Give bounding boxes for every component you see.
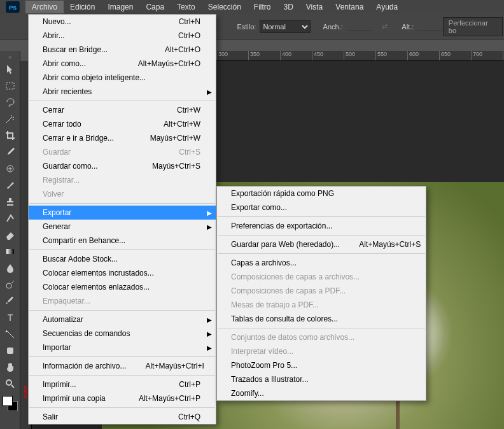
tool-lasso[interactable]: [3, 95, 18, 110]
svg-text:Ps: Ps: [9, 4, 17, 11]
svg-point-8: [6, 380, 11, 385]
menu-selección[interactable]: Selección: [202, 1, 248, 13]
submenu-arrow-icon: ▶: [207, 330, 212, 337]
tools-panel: » T: [0, 51, 20, 429]
tool-stamp[interactable]: [3, 194, 18, 209]
exportar-item-15[interactable]: PhotoZoom Pro 5...: [217, 358, 426, 372]
exportar-item-1[interactable]: Exportar como...: [217, 200, 426, 215]
submenu-arrow-icon: ▶: [207, 223, 212, 230]
exportar-item-7[interactable]: Capas a archivos...: [217, 256, 426, 270]
svg-point-5: [6, 283, 11, 288]
tool-crop[interactable]: [3, 128, 18, 143]
archivo-item-15[interactable]: Exportar▶: [29, 206, 216, 220]
tool-marquee[interactable]: [3, 78, 18, 94]
archivo-item-30[interactable]: Imprimir...Ctrl+P: [29, 377, 216, 391]
tool-blur[interactable]: [3, 260, 18, 276]
menu-texto[interactable]: Texto: [171, 1, 202, 13]
tool-zoom[interactable]: [3, 376, 18, 391]
exportar-item-14: Interpretar vídeo...: [217, 344, 426, 358]
archivo-item-26[interactable]: Importar▶: [29, 341, 216, 355]
archivo-item-21[interactable]: Colocar elementos enlazados...: [29, 280, 216, 294]
tool-path[interactable]: [3, 327, 18, 342]
tool-gradient[interactable]: [3, 244, 18, 259]
svg-rect-2: [6, 83, 14, 89]
menu-3d[interactable]: 3D: [277, 1, 299, 13]
tool-type[interactable]: T: [3, 310, 18, 325]
exportar-item-17[interactable]: Zoomify...: [217, 386, 426, 400]
anch-input[interactable]: [347, 22, 372, 31]
photoshop-logo: Ps: [0, 0, 25, 14]
archivo-item-1[interactable]: Abrir...Ctrl+O: [29, 29, 216, 43]
menu-vista[interactable]: Vista: [300, 1, 329, 13]
archivo-item-25[interactable]: Secuencias de comandos▶: [29, 327, 216, 341]
menubar: Ps ArchivoEdiciónImagenCapaTextoSelecció…: [0, 0, 504, 14]
archivo-item-7[interactable]: CerrarCtrl+W: [29, 103, 216, 117]
collapse-icon[interactable]: »: [3, 54, 18, 60]
tool-dodge[interactable]: [3, 277, 18, 292]
alt-label: Alt.:: [402, 23, 414, 31]
submenu-arrow-icon: ▶: [207, 344, 212, 351]
archivo-item-28[interactable]: Información de archivo...Alt+Mayús+Ctrl+…: [29, 359, 216, 373]
menu-ventana[interactable]: Ventana: [329, 1, 370, 13]
submenu-arrow-icon: ▶: [207, 316, 212, 323]
tool-wand[interactable]: [3, 111, 18, 127]
exportar-item-0[interactable]: Exportación rápida como PNG: [217, 186, 426, 200]
exportar-item-16[interactable]: Trazados a Illustrator...: [217, 372, 426, 386]
menu-capa[interactable]: Capa: [139, 1, 171, 13]
archivo-item-16[interactable]: Generar▶: [29, 220, 216, 234]
tool-move[interactable]: [3, 62, 18, 77]
archivo-item-9[interactable]: Cerrar e ir a Bridge...Mayús+Ctrl+W: [29, 131, 216, 145]
exportar-submenu: Exportación rápida como PNGExportar como…: [216, 186, 426, 401]
menu-ayuda[interactable]: Ayuda: [370, 1, 404, 13]
menu-archivo[interactable]: Archivo: [25, 1, 64, 13]
exportar-item-8: Composiciones de capas a archivos...: [217, 270, 426, 284]
menu-imagen[interactable]: Imagen: [101, 1, 139, 13]
archivo-item-5[interactable]: Abrir recientes▶: [29, 85, 216, 99]
tool-hand[interactable]: [3, 360, 18, 375]
anch-label: Anch.:: [323, 23, 343, 31]
perfeccionar-button[interactable]: Perfeccionar bo: [443, 17, 503, 36]
svg-rect-4: [6, 249, 14, 254]
menu-filtro[interactable]: Filtro: [248, 1, 277, 13]
tool-eyedrop[interactable]: [3, 144, 18, 160]
estilo-select[interactable]: Normal: [260, 20, 310, 33]
archivo-item-31[interactable]: Imprimir una copiaAlt+Mayús+Ctrl+P: [29, 391, 216, 405]
menu-edición[interactable]: Edición: [64, 1, 101, 13]
archivo-menu: Nuevo...Ctrl+NAbrir...Ctrl+OBuscar en Br…: [28, 14, 216, 425]
alt-input[interactable]: [417, 22, 443, 31]
tool-shape[interactable]: [3, 343, 18, 358]
archivo-item-33[interactable]: SalirCtrl+Q: [29, 410, 216, 424]
archivo-item-22: Empaquetar...: [29, 294, 216, 308]
exportar-item-5[interactable]: Guardar para Web (heredado)...Alt+Mayús+…: [217, 237, 426, 251]
submenu-arrow-icon: ▶: [207, 209, 212, 216]
color-swatch[interactable]: [3, 396, 18, 411]
svg-rect-7: [7, 348, 13, 354]
archivo-item-19[interactable]: Buscar Adobe Stock...: [29, 252, 216, 266]
exportar-item-10: Mesas de trabajo a PDF...: [217, 298, 426, 312]
exportar-item-9: Composiciones de capas a PDF...: [217, 284, 426, 298]
archivo-item-10: GuardarCtrl+S: [29, 145, 216, 159]
archivo-item-13: Volver: [29, 187, 216, 201]
archivo-item-4[interactable]: Abrir como objeto inteligente...: [29, 71, 216, 85]
archivo-item-8[interactable]: Cerrar todoAlt+Ctrl+W: [29, 117, 216, 131]
archivo-item-2[interactable]: Buscar en Bridge...Alt+Ctrl+O: [29, 43, 216, 57]
tool-eraser[interactable]: [3, 227, 18, 243]
archivo-item-0[interactable]: Nuevo...Ctrl+N: [29, 15, 216, 29]
archivo-item-17[interactable]: Compartir en Behance...: [29, 234, 216, 248]
tool-pen[interactable]: [3, 293, 18, 309]
archivo-item-3[interactable]: Abrir como...Alt+Mayús+Ctrl+O: [29, 57, 216, 71]
exportar-item-13: Conjuntos de datos como archivos...: [217, 330, 426, 344]
tool-history[interactable]: [3, 211, 18, 226]
tool-brush[interactable]: [3, 178, 18, 193]
archivo-item-11[interactable]: Guardar como...Mayús+Ctrl+S: [29, 159, 216, 173]
svg-text:T: T: [7, 313, 13, 323]
exportar-item-11[interactable]: Tablas de consulta de colores...: [217, 312, 426, 326]
submenu-arrow-icon: ▶: [207, 88, 212, 95]
archivo-item-24[interactable]: Automatizar▶: [29, 313, 216, 327]
tool-heal[interactable]: [3, 161, 18, 176]
archivo-item-20[interactable]: Colocar elementos incrustados...: [29, 266, 216, 280]
estilo-label: Estilo:: [237, 23, 256, 31]
archivo-item-12: Registrar...: [29, 173, 216, 187]
exportar-item-3[interactable]: Preferencias de exportación...: [217, 219, 426, 233]
